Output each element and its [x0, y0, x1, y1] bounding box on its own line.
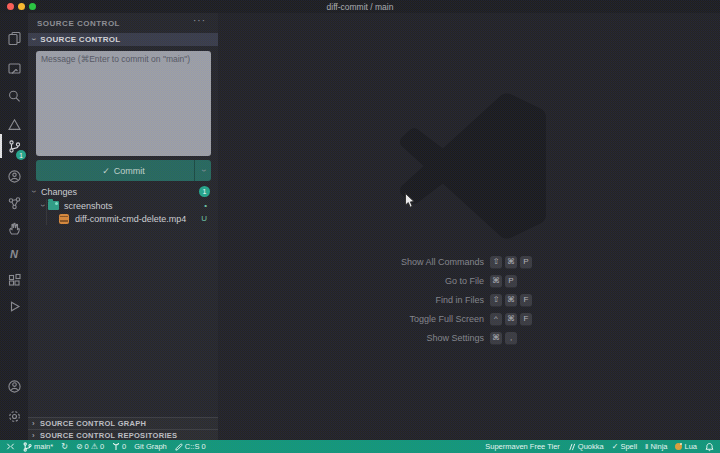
mouse-cursor	[404, 192, 416, 209]
panel-title: SOURCE CONTROL	[37, 19, 120, 28]
fork-icon	[112, 442, 120, 451]
source-control-icon[interactable]: 1	[0, 133, 28, 159]
file-status-untracked: U	[201, 214, 207, 223]
account-icon[interactable]	[0, 373, 28, 399]
quokka-item[interactable]: Quokka	[568, 442, 604, 451]
ninja-status-item[interactable]: ‖ Ninja	[645, 442, 667, 451]
keycap: ⌘	[490, 275, 502, 288]
keycap: ⌘	[505, 256, 517, 269]
changes-count-badge: 1	[199, 186, 210, 197]
git-branch-item[interactable]: main*	[23, 442, 53, 452]
active-indicator	[0, 134, 2, 158]
shortcut-row: Find in Files ⇧⌘F	[314, 294, 644, 306]
hand-icon[interactable]	[0, 215, 28, 241]
error-count: 0	[85, 442, 89, 451]
chevron-down-icon: ›	[29, 190, 38, 193]
commit-message-input[interactable]	[36, 51, 211, 156]
branch-icon	[23, 442, 32, 452]
fork-counter-item[interactable]: 0	[112, 442, 126, 451]
branch-name: main*	[34, 442, 53, 451]
chevron-down-icon: ›	[29, 38, 38, 41]
supermaven-item[interactable]: Supermaven Free Tier	[485, 442, 560, 451]
remote-indicator[interactable]	[6, 442, 15, 451]
pencil-icon	[175, 443, 183, 451]
section-title: SOURCE CONTROL	[40, 35, 120, 44]
check-icon: ✓	[102, 166, 110, 176]
keycap: F	[520, 294, 532, 307]
explorer-icon[interactable]	[0, 25, 28, 51]
activity-bar: 1 N	[0, 13, 28, 440]
warning-icon: ⚠	[91, 443, 98, 451]
section-header-source-control[interactable]: › SOURCE CONTROL	[28, 33, 218, 46]
keycap: ⌘	[505, 294, 517, 307]
folder-status: •	[204, 201, 207, 210]
shortcut-row: Go to File ⌘P	[314, 275, 644, 287]
share-circles-icon[interactable]	[0, 190, 28, 216]
more-actions-icon[interactable]: ···	[193, 15, 206, 26]
shortcut-row: Toggle Full Screen ^⌘F	[314, 313, 644, 325]
window-title: diff-commit / main	[0, 2, 720, 12]
editor-window-icon[interactable]	[0, 55, 28, 81]
codestats-count: C::S 0	[185, 442, 206, 451]
search-icon[interactable]	[0, 83, 28, 109]
chevron-down-icon: ›	[199, 169, 208, 172]
commit-button[interactable]: ✓ Commit ›	[36, 160, 211, 181]
chevron-down-icon: ›	[38, 204, 47, 207]
mp4-file-icon	[59, 214, 69, 224]
pause-icon: ‖	[645, 443, 648, 451]
sync-button[interactable]: ↻	[61, 443, 68, 451]
keycap: P	[505, 275, 517, 288]
spell-item[interactable]: ✓ Spell	[612, 442, 637, 451]
fork-count: 0	[122, 442, 126, 451]
keycap: F	[520, 313, 532, 326]
vscode-window: diff-commit / main 1 N	[0, 0, 720, 453]
lua-item[interactable]: Lua	[675, 442, 697, 451]
changes-header-row[interactable]: › Changes 1	[28, 185, 218, 198]
commit-dropdown-button[interactable]: ›	[194, 160, 211, 181]
account-globe-icon[interactable]	[0, 163, 28, 189]
sync-icon: ↻	[61, 443, 68, 451]
file-name: diff-commit-cmd-delete.mp4	[75, 214, 186, 224]
notifications-bell[interactable]	[705, 442, 714, 452]
vscode-watermark-logo	[400, 93, 546, 239]
ninja-icon[interactable]: N	[0, 241, 28, 267]
tree-row-file[interactable]: diff-commit-cmd-delete.mp4 U	[28, 212, 218, 225]
run-task-icon[interactable]	[0, 293, 28, 319]
warning-count: 0	[100, 442, 104, 451]
folder-name: screenshots	[64, 201, 113, 211]
watermark-shortcuts: Show All Commands ⇧⌘P Go to File ⌘P Find…	[314, 256, 644, 351]
chevron-right-icon: ›	[32, 420, 35, 428]
keycap: ^	[490, 313, 502, 326]
codestats-item[interactable]: C::S 0	[175, 442, 206, 451]
tree-row-folder[interactable]: › screenshots •	[28, 199, 218, 212]
section-source-control-graph[interactable]: › SOURCE CONTROL GRAPH	[28, 417, 218, 429]
folder-icon	[48, 201, 59, 210]
chevron-right-icon: ›	[32, 432, 35, 440]
keycap: ⇧	[490, 294, 502, 307]
quokka-icon	[568, 443, 576, 451]
check-icon: ✓	[612, 443, 619, 451]
keycap: ⇧	[490, 256, 502, 269]
source-control-sidebar: SOURCE CONTROL ··· › SOURCE CONTROL ✓ Co…	[28, 13, 218, 440]
editor-area: Show All Commands ⇧⌘P Go to File ⌘P Find…	[218, 13, 720, 440]
lua-icon	[675, 443, 682, 450]
panel-title-row: SOURCE CONTROL ···	[28, 13, 218, 33]
keycap: ,	[505, 332, 517, 345]
git-graph-item[interactable]: Git Graph	[134, 442, 167, 451]
problems-item[interactable]: ⊘ 0 ⚠ 0	[76, 442, 104, 451]
settings-gear-icon[interactable]	[0, 403, 28, 429]
keycap: P	[520, 256, 532, 269]
shortcut-row: Show All Commands ⇧⌘P	[314, 256, 644, 268]
error-icon: ⊘	[76, 443, 83, 451]
extensions-icon[interactable]	[0, 267, 28, 293]
source-control-badge: 1	[16, 150, 26, 160]
keycap: ⌘	[490, 332, 502, 345]
changes-label: Changes	[41, 187, 77, 197]
bell-icon	[705, 442, 714, 452]
shortcut-row: Show Settings ⌘,	[314, 332, 644, 344]
status-bar: main* ↻ ⊘ 0 ⚠ 0 0 Git Graph C::S 0	[0, 440, 720, 453]
keycap: ⌘	[505, 313, 517, 326]
title-bar: diff-commit / main	[0, 0, 720, 13]
